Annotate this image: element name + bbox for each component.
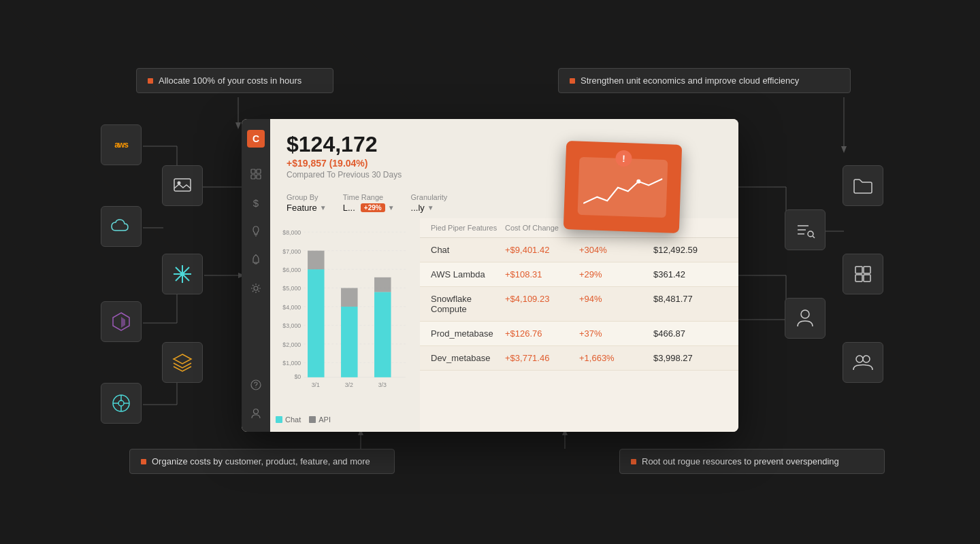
feature-name: Chat (431, 245, 505, 255)
sidebar-icon-gear[interactable] (248, 281, 263, 296)
callout-bottom-left-text: Organize costs by customer, product, fea… (152, 456, 370, 466)
legend-chat: Chat (276, 415, 301, 424)
icon-list-search[interactable] (785, 209, 826, 250)
svg-text:$8,000: $8,000 (282, 229, 301, 236)
cost-change: +$126.76 (505, 328, 579, 339)
svg-rect-55 (251, 175, 255, 179)
legend-api: API (309, 415, 331, 424)
svg-rect-87 (374, 277, 391, 292)
svg-rect-47 (864, 267, 870, 273)
icon-layers[interactable] (162, 342, 203, 383)
dashboard-body: $8,000 $7,000 $6,000 $5,000 $4,000 $3,00… (270, 218, 738, 432)
svg-point-36 (118, 401, 124, 406)
time-range-value[interactable]: L... +29% ▼ (343, 203, 395, 213)
svg-rect-82 (308, 269, 325, 377)
legend-api-label: API (318, 415, 331, 424)
svg-text:$4,000: $4,000 (282, 304, 301, 311)
granularity-value[interactable]: ...ly ▼ (411, 203, 448, 213)
legend-chat-label: Chat (285, 415, 301, 424)
svg-rect-84 (341, 307, 357, 377)
svg-rect-85 (341, 288, 357, 307)
pct-change: +37% (579, 328, 653, 339)
feature-name: Dev_metabase (431, 353, 505, 363)
svg-point-32 (180, 272, 184, 276)
chart-legend: Chat API (276, 413, 409, 426)
svg-point-44 (808, 231, 813, 237)
svg-text:3/2: 3/2 (345, 381, 353, 387)
icon-helm[interactable] (101, 383, 142, 424)
icon-folder[interactable] (843, 165, 883, 206)
svg-rect-56 (257, 175, 261, 179)
group-by-value[interactable]: Feature ▼ (287, 203, 327, 213)
icon-aws[interactable]: aws (101, 124, 142, 165)
granularity-label: Granularity (411, 193, 448, 201)
svg-point-50 (801, 310, 809, 318)
svg-point-51 (856, 356, 863, 362)
group-by-control: Group By Feature ▼ (287, 193, 327, 213)
pct-change: +304% (579, 245, 653, 255)
svg-rect-46 (855, 267, 862, 273)
granularity-control: Granularity ...ly ▼ (411, 193, 448, 213)
svg-rect-86 (374, 292, 391, 377)
sidebar-logo[interactable]: C (247, 130, 265, 148)
icon-image[interactable] (162, 165, 203, 206)
cost-change: +$3,771.46 (505, 353, 579, 363)
cost-chart: $8,000 $7,000 $6,000 $5,000 $4,000 $3,00… (270, 218, 420, 432)
svg-text:$2,000: $2,000 (282, 341, 301, 348)
feature-name: Snowflake Compute (431, 294, 505, 314)
sidebar-icon-grid[interactable] (248, 167, 263, 182)
callout-dot-br (631, 459, 636, 464)
feature-name: AWS Lambda (431, 269, 505, 279)
callout-top-left-text: Allocate 100% of your costs in hours (159, 75, 301, 86)
table-row: Dev_metabase +$3,771.46 +1,663% $3,998.2… (420, 346, 738, 371)
cost-change: +$9,401.42 (505, 245, 579, 255)
svg-marker-34 (121, 317, 125, 328)
cost-table: Pied Piper Features Cost Of Change al Co… (420, 218, 738, 432)
svg-text:$1,000: $1,000 (282, 360, 301, 367)
sidebar-icon-bell[interactable] (248, 252, 263, 267)
alert-card: ! (564, 141, 682, 233)
icon-snowflake[interactable] (162, 254, 203, 294)
icon-user[interactable] (785, 298, 826, 339)
svg-rect-83 (308, 251, 325, 269)
callout-top-right: Strengthen unit economics and improve cl… (558, 68, 851, 93)
callout-dot-bl (141, 459, 146, 464)
sidebar-icon-dollar[interactable]: $ (248, 195, 263, 210)
svg-point-62 (255, 387, 256, 388)
callout-dot-tr (570, 78, 575, 84)
svg-text:3/1: 3/1 (312, 381, 320, 387)
total-cost: $12,492.59 (653, 245, 728, 255)
chevron-down-icon: ▼ (320, 204, 327, 211)
callout-top-left: Allocate 100% of your costs in hours (136, 68, 333, 93)
icon-terraform[interactable] (101, 301, 142, 342)
icon-users[interactable] (843, 342, 883, 383)
svg-point-52 (863, 356, 870, 362)
cost-change: +$108.31 (505, 269, 579, 279)
chevron-down-icon-2: ▼ (388, 204, 395, 211)
chevron-down-icon-3: ▼ (427, 204, 434, 211)
sidebar-icon-help[interactable] (248, 377, 263, 392)
callout-bottom-right-text: Root out rogue resources to prevent over… (642, 456, 839, 466)
sidebar-icon-bulb[interactable] (248, 224, 263, 239)
pct-change: +1,663% (579, 353, 653, 363)
total-cost: $361.42 (653, 269, 728, 279)
svg-text:$3,000: $3,000 (282, 323, 301, 330)
svg-marker-15 (841, 146, 847, 153)
svg-line-45 (813, 236, 815, 238)
group-by-label: Group By (287, 193, 327, 201)
feature-name: Prod_metabase (431, 328, 505, 339)
pct-change: +94% (579, 294, 653, 314)
svg-rect-49 (864, 275, 870, 282)
table-row: Prod_metabase +$126.76 +37% $466.87 (420, 322, 738, 346)
svg-rect-53 (251, 169, 255, 173)
total-cost: $466.87 (653, 328, 728, 339)
sidebar-icon-user[interactable] (248, 406, 263, 421)
table-row: AWS Lambda +$108.31 +29% $361.42 (420, 262, 738, 287)
callout-bottom-left: Organize costs by customer, product, fea… (129, 449, 395, 474)
svg-text:$6,000: $6,000 (282, 267, 301, 273)
icon-cloud[interactable] (101, 206, 142, 247)
svg-rect-54 (257, 169, 261, 173)
svg-marker-13 (235, 122, 241, 129)
icon-grid[interactable] (843, 254, 883, 294)
callout-bottom-right: Root out rogue resources to prevent over… (619, 449, 885, 474)
